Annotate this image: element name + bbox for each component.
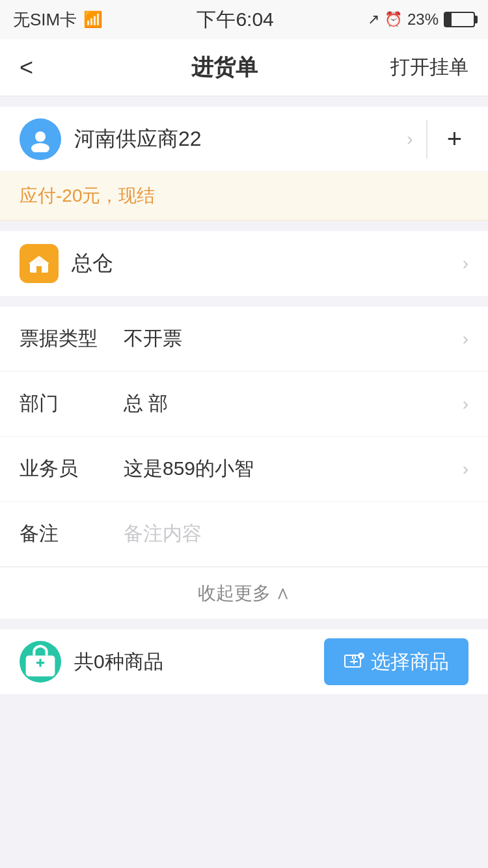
- svg-rect-4: [36, 266, 42, 273]
- warehouse-icon: [20, 244, 59, 283]
- product-count-text: 共0种商品: [74, 649, 324, 675]
- invoice-type-chevron-icon: ›: [463, 329, 468, 349]
- supplier-name: 河南供应商22: [74, 125, 407, 154]
- invoice-type-label: 票据类型: [20, 325, 111, 352]
- remark-row[interactable]: 备注 备注内容: [0, 502, 488, 567]
- warehouse-section: 总仓 ›: [0, 231, 488, 296]
- supplier-avatar: [20, 118, 61, 160]
- invoice-type-value: 不开票: [111, 325, 463, 352]
- page-title: 进货单: [191, 53, 258, 83]
- salesperson-row[interactable]: 业务员 这是859的小智 ›: [0, 437, 488, 502]
- select-product-icon: [344, 651, 364, 672]
- location-icon: ↗: [368, 11, 379, 28]
- nav-bar: < 进货单 打开挂单: [0, 39, 488, 96]
- supplier-add-button[interactable]: +: [441, 118, 468, 160]
- notice-bar: 应付-20元，现结: [0, 172, 488, 221]
- status-bar: 无SIM卡 📶 下午6:04 ↗ ⏰ 23%: [0, 0, 488, 39]
- carrier-text: 无SIM卡: [13, 8, 77, 31]
- salesperson-chevron-icon: ›: [463, 459, 468, 480]
- svg-point-0: [35, 131, 46, 142]
- collapse-label: 收起更多 ∧: [198, 581, 291, 606]
- section-gap-1: [0, 96, 488, 107]
- bottom-section: 共0种商品 选择商品: [0, 629, 488, 694]
- select-product-label: 选择商品: [371, 649, 449, 675]
- invoice-type-row[interactable]: 票据类型 不开票 ›: [0, 306, 488, 372]
- department-value: 总 部: [111, 390, 463, 417]
- supplier-divider: [426, 120, 427, 159]
- form-section: 票据类型 不开票 › 部门 总 部 › 业务员 这是859的小智 › 备注 备注…: [0, 306, 488, 619]
- warehouse-row[interactable]: 总仓 ›: [0, 231, 488, 296]
- svg-point-1: [31, 143, 49, 152]
- gray-fill-area: [0, 694, 488, 868]
- svg-marker-3: [29, 256, 49, 264]
- remark-placeholder[interactable]: 备注内容: [111, 521, 468, 547]
- department-chevron-icon: ›: [463, 394, 468, 414]
- svg-rect-7: [39, 658, 41, 667]
- supplier-chevron-icon: ›: [407, 129, 413, 150]
- time-text: 下午6:04: [197, 7, 273, 33]
- department-label: 部门: [20, 390, 111, 417]
- remark-label: 备注: [20, 521, 111, 547]
- supplier-section: 河南供应商22 › + 应付-20元，现结: [0, 107, 488, 221]
- supplier-row[interactable]: 河南供应商22 › +: [0, 107, 488, 172]
- salesperson-value: 这是859的小智: [111, 455, 463, 482]
- warehouse-chevron-icon: ›: [463, 253, 468, 274]
- salesperson-label: 业务员: [20, 455, 111, 482]
- product-icon: [20, 641, 61, 683]
- alarm-icon: ⏰: [385, 11, 402, 28]
- notice-text: 应付-20元，现结: [20, 185, 155, 206]
- status-right: ↗ ⏰ 23%: [368, 10, 475, 29]
- battery-text: 23%: [407, 10, 439, 29]
- warehouse-name: 总仓: [72, 249, 463, 278]
- open-pending-button[interactable]: 打开挂单: [390, 54, 468, 81]
- battery-icon: [444, 12, 475, 27]
- status-left: 无SIM卡 📶: [13, 8, 103, 31]
- collapse-bar[interactable]: 收起更多 ∧: [0, 567, 488, 619]
- department-row[interactable]: 部门 总 部 ›: [0, 372, 488, 437]
- select-product-button[interactable]: 选择商品: [324, 638, 468, 685]
- back-button[interactable]: <: [20, 54, 59, 81]
- wifi-icon: 📶: [83, 10, 103, 29]
